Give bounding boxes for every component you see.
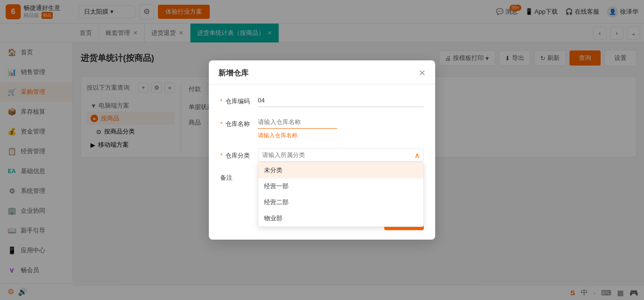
form-row-code: * 仓库编码 [220,94,424,107]
category-label: * 仓库分类 [220,148,258,160]
modal-header: 新增仓库 ✕ [209,60,435,84]
modal-overlay: 新增仓库 ✕ * 仓库编码 * 仓库名称 [0,0,644,300]
code-input[interactable] [258,94,424,107]
name-error-msg: 请输入仓库名称 [258,132,297,139]
dropdown-item-dept2[interactable]: 经营二部 [258,194,423,210]
form-row-category: * 仓库分类 ∧ 未分类 经营一部 经营二部 物业部 [220,148,424,162]
category-field-wrap: ∧ 未分类 经营一部 经营二部 物业部 [258,148,424,162]
name-field-wrap [258,116,337,129]
category-dropdown-list: 未分类 经营一部 经营二部 物业部 [258,162,424,227]
dropdown-item-property[interactable]: 物业部 [258,210,423,226]
dropdown-arrow-icon[interactable]: ∧ [414,150,420,159]
modal-body: * 仓库编码 * 仓库名称 请输入仓库名称 [209,84,435,208]
name-input[interactable] [258,116,337,129]
dropdown-item-uncategorized[interactable]: 未分类 [258,162,423,178]
category-input[interactable] [258,148,424,162]
modal-close-button[interactable]: ✕ [419,68,426,78]
code-label: * 仓库编码 [220,94,258,106]
modal-dialog: 新增仓库 ✕ * 仓库编码 * 仓库名称 [209,60,435,240]
name-label: * 仓库名称 [220,117,258,128]
modal-title: 新增仓库 [218,68,248,78]
dropdown-item-dept1[interactable]: 经营一部 [258,178,423,194]
form-row-name: * 仓库名称 请输入仓库名称 [220,116,424,140]
remark-label: 备注 [220,170,258,182]
